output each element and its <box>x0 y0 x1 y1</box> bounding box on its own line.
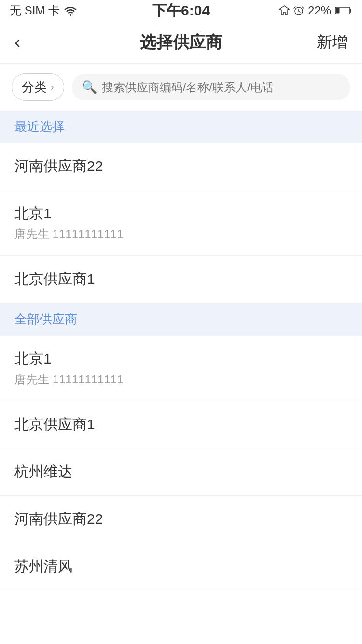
item-name: 北京供应商1 <box>14 269 348 289</box>
all-section-label: 全部供应商 <box>14 312 77 326</box>
list-item[interactable]: 北京供应商1 <box>0 256 362 303</box>
nav-bar: ‹ 选择供应商 新增 <box>0 21 362 64</box>
filter-bar: 分类 › 🔍 <box>0 64 362 111</box>
back-button[interactable]: ‹ <box>14 28 25 57</box>
item-name: 北京1 <box>14 204 348 224</box>
search-icon: 🔍 <box>82 80 97 95</box>
add-button[interactable]: 新增 <box>317 32 348 53</box>
list-item[interactable]: 北京1唐先生 11111111111 <box>0 336 362 401</box>
list-item[interactable]: 苏州清风 <box>0 543 362 590</box>
item-name: 河南供应商22 <box>14 156 348 176</box>
all-section-header: 全部供应商 <box>0 303 362 336</box>
status-left: 无 SIM 卡 <box>10 3 77 18</box>
item-detail: 唐先生 11111111111 <box>14 226 348 242</box>
item-name: 北京1 <box>14 349 348 369</box>
svg-rect-2 <box>336 8 340 14</box>
list-item[interactable]: 河南供应商22 <box>0 496 362 543</box>
chevron-right-icon: › <box>51 82 54 93</box>
item-name: 苏州清风 <box>14 557 348 576</box>
item-name: 河南供应商22 <box>14 509 348 529</box>
list-item[interactable]: 北京供应商1 <box>0 401 362 448</box>
page-title: 选择供应商 <box>140 31 222 54</box>
alarm-icon <box>293 5 304 16</box>
no-sim-text: 无 SIM 卡 <box>10 3 60 18</box>
item-detail: 唐先生 11111111111 <box>14 372 348 387</box>
search-input[interactable] <box>102 81 341 94</box>
wifi-icon <box>64 5 77 16</box>
recent-list: 河南供应商22北京1唐先生 11111111111北京供应商1 <box>0 143 362 303</box>
list-item[interactable]: 河南供应商22 <box>0 143 362 190</box>
item-name: 北京供应商1 <box>14 415 348 434</box>
status-right: 22% <box>279 4 352 17</box>
category-button[interactable]: 分类 › <box>12 73 64 101</box>
list-item[interactable]: 杭州维达 <box>0 448 362 496</box>
category-label: 分类 <box>22 79 47 96</box>
search-box[interactable]: 🔍 <box>72 74 350 100</box>
status-bar: 无 SIM 卡 下午6:04 22% <box>0 0 362 21</box>
recent-section-label: 最近选择 <box>14 119 65 134</box>
item-name: 杭州维达 <box>14 462 348 482</box>
battery-icon <box>335 6 352 15</box>
location-icon <box>279 5 290 16</box>
all-list: 北京1唐先生 11111111111北京供应商1杭州维达河南供应商22苏州清风 <box>0 336 362 590</box>
list-item[interactable]: 北京1唐先生 11111111111 <box>0 190 362 256</box>
recent-section-header: 最近选择 <box>0 111 362 143</box>
battery-text: 22% <box>308 4 331 17</box>
status-time: 下午6:04 <box>152 1 210 21</box>
